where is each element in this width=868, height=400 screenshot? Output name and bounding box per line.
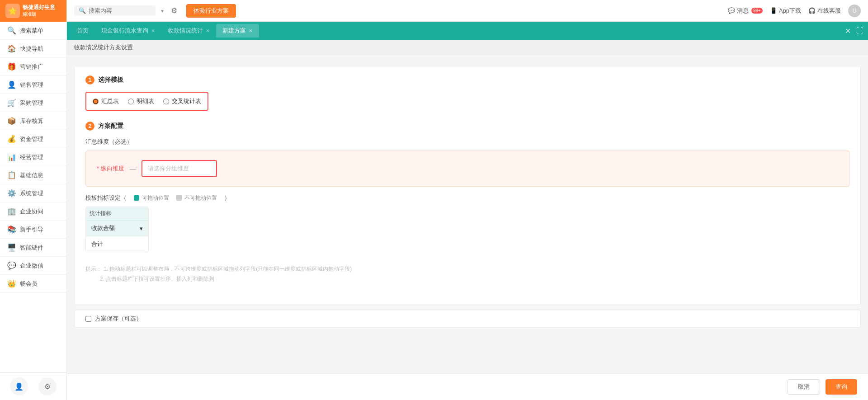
sidebar-item-guide[interactable]: 📚 新手引导 [0, 221, 66, 239]
section2-title: 方案配置 [98, 122, 123, 130]
section-config: 2 方案配置 汇总维度（必选） * 纵向维度 — 请选择分组维度 [85, 122, 849, 284]
chevron-down-icon: ▾ [140, 225, 143, 232]
search-icon: 🔍 [7, 26, 16, 35]
app-edition: 标准版 [23, 11, 55, 18]
save-label: 方案保存（可选） [95, 315, 142, 323]
support-label: 在线客服 [817, 7, 841, 15]
topbar: 🔍 ▾ ⚙ 体验行业方案 💬 消息 99+ 📱 App下载 🎧 在线客服 U [67, 0, 868, 22]
sidebar-item-operations[interactable]: 📊 经营管理 [0, 148, 66, 166]
tabbar-actions: ✕ ⛶ [844, 26, 864, 36]
legend-fixed-label: 不可拖动位置 [184, 194, 217, 202]
sidebar-item-sales[interactable]: 👤 销售管理 [0, 76, 66, 94]
sidebar-item-search-label: 搜索菜单 [20, 27, 43, 35]
breadcrumb: 收款情况统计方案设置 [74, 44, 133, 51]
topbar-search-box[interactable]: 🔍 [74, 5, 156, 16]
sidebar-item-hardware-label: 智能硬件 [20, 244, 43, 252]
search-input[interactable] [89, 7, 143, 14]
tab-bank[interactable]: 现金银行流水查询 ✕ [95, 24, 161, 38]
sidebar-item-search[interactable]: 🔍 搜索菜单 [0, 22, 66, 40]
template-selector: 汇总表 明细表 交叉统计表 [85, 92, 208, 111]
radio-detail[interactable]: 明细表 [128, 97, 154, 105]
sidebar-item-system[interactable]: ⚙️ 系统管理 [0, 184, 66, 202]
basics-icon: 📋 [7, 171, 16, 179]
radio-cross[interactable]: 交叉统计表 [163, 97, 201, 105]
tab-expand-icon[interactable]: ⛶ [855, 26, 864, 36]
topbar-right: 💬 消息 99+ 📱 App下载 🎧 在线客服 U [728, 5, 861, 17]
metrics-row-total: 合计 [86, 236, 148, 252]
radio-cross-input[interactable] [163, 99, 169, 104]
radio-summary[interactable]: 汇总表 [93, 97, 119, 105]
download-btn[interactable]: 📱 App下载 [770, 7, 801, 15]
page-title-bar: 收款情况统计方案设置 [67, 40, 868, 55]
sidebar-item-purchase[interactable]: 🛒 采购管理 [0, 94, 66, 112]
sidebar-item-basics[interactable]: 📋 基础信息 [0, 166, 66, 184]
industry-btn[interactable]: 体验行业方案 [186, 4, 236, 18]
dimension-area: * 纵向维度 — 请选择分组维度 [85, 151, 849, 187]
sidebar-item-guide-label: 新手引导 [20, 226, 43, 234]
avatar[interactable]: U [848, 5, 861, 17]
sidebar-item-wechat[interactable]: 💬 企业微信 [0, 257, 66, 275]
support-btn[interactable]: 🎧 在线客服 [808, 7, 841, 15]
tab-bank-close-icon[interactable]: ✕ [151, 28, 155, 34]
draggable-dot [134, 195, 139, 201]
metrics-close-bracket: ） [224, 194, 230, 202]
radio-summary-label[interactable]: 汇总表 [101, 97, 119, 105]
radio-summary-input[interactable] [93, 99, 99, 104]
fixed-dot [176, 195, 182, 201]
metrics-table-header-label: 统计指标 [86, 207, 148, 221]
download-label: App下载 [779, 7, 801, 15]
radio-detail-label[interactable]: 明细表 [137, 97, 154, 105]
sidebar-item-member-label: 畅会员 [20, 280, 38, 288]
chevron-down-icon[interactable]: ▾ [161, 8, 164, 14]
sidebar-item-finance-label: 资金管理 [20, 135, 43, 143]
metrics-config-label: 模板指标设定（ 可拖动位置 不可拖动位置 ） [85, 194, 849, 202]
section2-number: 2 [85, 122, 94, 131]
tips-item-1: 提示： 1. 拖动标题栏可以调整布局，不可跨维度或指标区域拖动列字段(只能在同一… [85, 264, 849, 274]
section2-header: 2 方案配置 [85, 122, 849, 131]
tab-bank-label: 现金银行流水查询 [101, 27, 148, 35]
dimension-select[interactable]: 请选择分组维度 [142, 160, 217, 177]
sidebar-item-enterprise[interactable]: 🏢 企业协同 [0, 202, 66, 221]
sidebar-item-hardware[interactable]: 🖥️ 智能硬件 [0, 239, 66, 257]
section1-title: 选择模板 [98, 76, 123, 84]
main-area: 🔍 ▾ ⚙ 体验行业方案 💬 消息 99+ 📱 App下载 🎧 在线客服 U [67, 0, 868, 400]
notification-btn[interactable]: 💬 消息 99+ [728, 7, 763, 15]
tab-close-all-icon[interactable]: ✕ [844, 26, 852, 36]
member-icon: 👑 [7, 279, 16, 288]
legend-fixed: 不可拖动位置 [176, 194, 217, 202]
sidebar-avatar-btn[interactable]: 👤 [10, 377, 28, 395]
tab-receipt-stat-close-icon[interactable]: ✕ [206, 28, 210, 34]
app-name: 畅捷通好生意 [23, 4, 55, 11]
metrics-col-header[interactable]: 收款金额 ▾ [86, 221, 148, 236]
radio-detail-input[interactable] [128, 99, 134, 104]
sidebar-item-marketing[interactable]: 🎁 营销推广 [0, 58, 66, 76]
legend-draggable-label: 可拖动位置 [142, 194, 169, 202]
sales-icon: 👤 [7, 80, 16, 89]
tips-text-2: 2. 点击标题栏下拉可设置排序、插入列和删除列 [100, 274, 214, 284]
sidebar-item-system-label: 系统管理 [20, 189, 43, 198]
metrics-table: 统计指标 收款金额 ▾ 合计 [85, 207, 149, 252]
sidebar-item-inventory[interactable]: 📦 库存核算 [0, 112, 66, 130]
sidebar-item-sales-label: 销售管理 [20, 81, 43, 89]
sidebar-item-marketing-label: 营销推广 [20, 63, 43, 71]
home-icon: 🏠 [7, 44, 16, 53]
sidebar-item-quicknav-label: 快捷导航 [20, 45, 43, 53]
query-button[interactable]: 查询 [826, 379, 857, 395]
logo-icon: 🌟 [5, 4, 20, 18]
save-checkbox[interactable] [85, 316, 91, 322]
sidebar-settings-btn[interactable]: ⚙ [38, 377, 57, 395]
tab-new-plan-close-icon[interactable]: ✕ [249, 28, 253, 34]
tab-receipt-stat-label: 收款情况统计 [168, 27, 203, 35]
sidebar-item-member[interactable]: 👑 畅会员 [0, 275, 66, 293]
tab-home[interactable]: 首页 [71, 24, 95, 38]
tab-receipt-stat[interactable]: 收款情况统计 ✕ [161, 24, 216, 38]
summary-dim-label: 汇总维度（必选） [85, 138, 849, 146]
sidebar-item-quicknav[interactable]: 🏠 快捷导航 [0, 40, 66, 58]
metrics-col-label: 收款金额 [91, 224, 115, 232]
tab-new-plan[interactable]: 新建方案 ✕ [216, 24, 259, 38]
radio-cross-label[interactable]: 交叉统计表 [172, 97, 201, 105]
cancel-button[interactable]: 取消 [788, 379, 820, 395]
sidebar-item-basics-label: 基础信息 [20, 171, 43, 179]
sidebar-item-finance[interactable]: 💰 资金管理 [0, 130, 66, 148]
gear-icon[interactable]: ⚙ [171, 6, 177, 15]
